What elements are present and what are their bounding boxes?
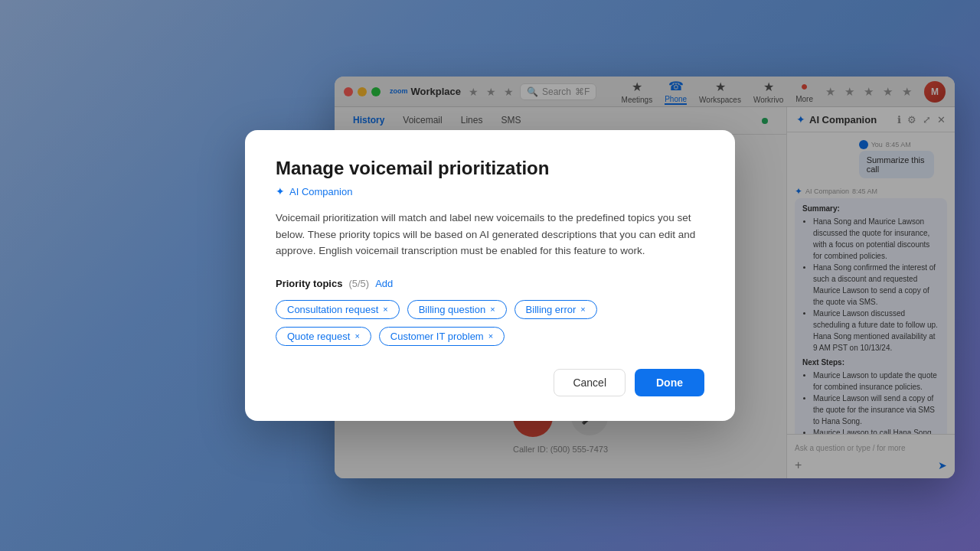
modal-ai-label: AI Companion bbox=[289, 186, 352, 197]
topic-billing-q-remove[interactable]: × bbox=[490, 305, 495, 314]
topic-quote-label: Quote request bbox=[287, 331, 350, 342]
topic-customer-it-label: Customer IT problem bbox=[390, 331, 484, 342]
modal-actions: Cancel Done bbox=[276, 369, 704, 396]
modal-subtitle: ✦ AI Companion bbox=[276, 185, 704, 197]
topic-customer-it: Customer IT problem × bbox=[379, 327, 505, 346]
topic-billing-q: Billing question × bbox=[407, 300, 507, 319]
priority-count: (5/5) bbox=[348, 278, 369, 289]
add-topic-link[interactable]: Add bbox=[375, 278, 393, 289]
topic-consultation-remove[interactable]: × bbox=[383, 305, 387, 314]
topic-quote: Quote request × bbox=[276, 327, 371, 346]
topic-billing-e: Billing error × bbox=[514, 300, 597, 319]
topic-consultation-label: Consultation request bbox=[287, 304, 378, 315]
cancel-button[interactable]: Cancel bbox=[554, 369, 626, 396]
topic-customer-it-remove[interactable]: × bbox=[488, 331, 493, 341]
priority-label: Priority topics bbox=[276, 278, 342, 289]
topic-quote-remove[interactable]: × bbox=[354, 331, 359, 341]
modal-description: Voicemail prioritization will match and … bbox=[276, 210, 704, 259]
voicemail-prioritization-modal: Manage voicemail prioritization ✦ AI Com… bbox=[245, 130, 735, 421]
modal-ai-icon: ✦ bbox=[276, 185, 285, 197]
topic-billing-q-label: Billing question bbox=[419, 304, 485, 315]
topics-row-1: Consultation request × Billing question … bbox=[276, 300, 704, 319]
topic-billing-e-remove[interactable]: × bbox=[580, 305, 585, 314]
topic-billing-e-label: Billing error bbox=[526, 304, 577, 315]
modal-title: Manage voicemail prioritization bbox=[276, 158, 704, 179]
modal-overlay: Manage voicemail prioritization ✦ AI Com… bbox=[0, 0, 980, 551]
priority-topics-header: Priority topics (5/5) Add bbox=[276, 278, 704, 289]
topics-row-2: Quote request × Customer IT problem × bbox=[276, 327, 704, 346]
done-button[interactable]: Done bbox=[635, 369, 704, 396]
topic-consultation: Consultation request × bbox=[276, 300, 400, 319]
